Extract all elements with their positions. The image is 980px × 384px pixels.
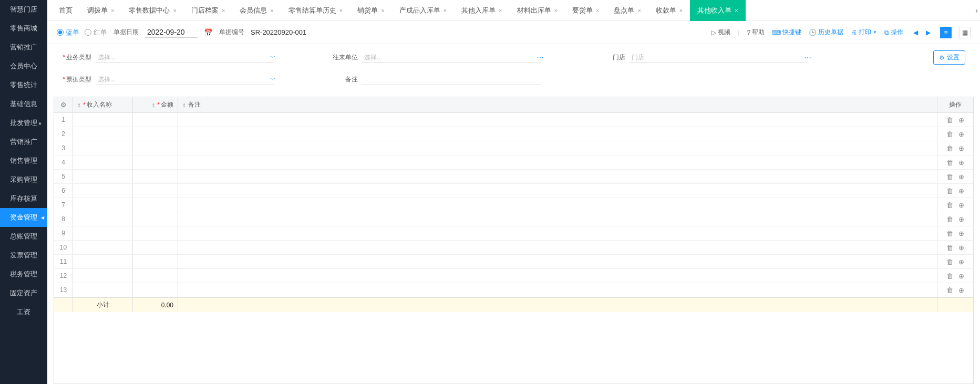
add-row-icon[interactable]: ⊕ xyxy=(958,215,964,223)
tab[interactable]: 盘点单× xyxy=(606,0,648,21)
delete-icon[interactable]: 🗑 xyxy=(946,144,953,152)
table-row[interactable]: 13🗑⊕ xyxy=(54,283,973,297)
sidebar-item[interactable]: 零售商城 xyxy=(0,19,47,38)
tab[interactable]: 收款单× xyxy=(648,0,690,21)
cell-income-name[interactable] xyxy=(73,241,133,254)
invoice-type-select[interactable] xyxy=(96,74,274,85)
cell-remark[interactable] xyxy=(178,170,937,183)
sidebar-item[interactable]: 零售统计 xyxy=(0,76,47,95)
add-row-icon[interactable]: ⊕ xyxy=(958,286,964,294)
table-row[interactable]: 10🗑⊕ xyxy=(54,241,973,255)
add-row-icon[interactable]: ⊕ xyxy=(958,187,964,195)
table-row[interactable]: 3🗑⊕ xyxy=(54,141,973,155)
video-action[interactable]: ▷视频 xyxy=(711,28,730,37)
col-amount[interactable]: ▲▼ *金额 xyxy=(133,97,178,112)
add-row-icon[interactable]: ⊕ xyxy=(958,230,964,237)
sidebar-item[interactable]: 会员中心 xyxy=(0,57,47,76)
add-row-icon[interactable]: ⊕ xyxy=(958,258,964,266)
cell-income-name[interactable] xyxy=(73,170,133,183)
tab[interactable]: 门店档案× xyxy=(184,0,232,21)
tab[interactable]: 材料出库单× xyxy=(510,0,565,21)
table-row[interactable]: 7🗑⊕ xyxy=(54,198,973,212)
cell-amount[interactable] xyxy=(133,184,178,198)
sidebar-item[interactable]: 营销推广 xyxy=(0,38,47,57)
shortcut-action[interactable]: ⌨快捷键 xyxy=(772,28,801,37)
delete-icon[interactable]: 🗑 xyxy=(946,173,953,181)
tabs-scroll-right-icon[interactable]: › xyxy=(975,6,978,15)
cell-income-name[interactable] xyxy=(73,283,133,297)
close-icon[interactable]: × xyxy=(381,7,384,14)
add-row-icon[interactable]: ⊕ xyxy=(958,201,964,209)
table-row[interactable]: 8🗑⊕ xyxy=(54,212,973,226)
add-row-icon[interactable]: ⊕ xyxy=(958,244,964,252)
cell-amount[interactable] xyxy=(133,155,178,169)
delete-icon[interactable]: 🗑 xyxy=(946,159,953,167)
help-action[interactable]: ?帮助 xyxy=(747,28,765,37)
sidebar-item[interactable]: 基础信息 xyxy=(0,95,47,113)
table-row[interactable]: 4🗑⊕ xyxy=(54,155,973,170)
cell-income-name[interactable] xyxy=(73,141,133,155)
close-icon[interactable]: × xyxy=(222,7,225,14)
sidebar-item[interactable]: 资金管理 xyxy=(0,208,47,227)
cell-income-name[interactable] xyxy=(73,127,133,141)
sidebar-item[interactable]: 税务管理 xyxy=(0,265,47,284)
store-input[interactable] xyxy=(630,52,808,63)
add-row-icon[interactable]: ⊕ xyxy=(958,159,964,167)
cell-income-name[interactable] xyxy=(73,255,133,268)
add-row-icon[interactable]: ⊕ xyxy=(958,144,964,152)
close-icon[interactable]: × xyxy=(596,7,599,14)
close-icon[interactable]: × xyxy=(735,7,738,14)
table-row[interactable]: 9🗑⊕ xyxy=(54,226,973,241)
cell-amount[interactable] xyxy=(133,241,178,254)
cell-remark[interactable] xyxy=(178,141,937,155)
cell-amount[interactable] xyxy=(133,141,178,155)
cell-income-name[interactable] xyxy=(73,269,133,283)
tab[interactable]: 销货单× xyxy=(350,0,391,21)
close-icon[interactable]: × xyxy=(499,7,502,14)
delete-icon[interactable]: 🗑 xyxy=(946,201,953,209)
view-list-button[interactable]: ≡ xyxy=(940,27,952,38)
sidebar-item[interactable]: 发票管理 xyxy=(0,246,47,265)
table-row[interactable]: 2🗑⊕ xyxy=(54,127,973,141)
cell-remark[interactable] xyxy=(178,155,937,169)
add-row-icon[interactable]: ⊕ xyxy=(958,116,964,124)
calendar-icon[interactable]: 📅 xyxy=(204,28,213,37)
tab[interactable]: 调拨单× xyxy=(80,0,121,21)
more-icon[interactable]: ⋯ xyxy=(537,54,543,62)
cell-income-name[interactable] xyxy=(73,113,133,127)
close-icon[interactable]: × xyxy=(111,7,114,14)
delete-icon[interactable]: 🗑 xyxy=(946,187,953,195)
add-row-icon[interactable]: ⊕ xyxy=(958,272,964,280)
cell-income-name[interactable] xyxy=(73,212,133,226)
delete-icon[interactable]: 🗑 xyxy=(946,215,953,223)
close-icon[interactable]: × xyxy=(270,7,273,14)
sidebar-item[interactable]: 智慧门店 xyxy=(0,0,47,19)
cell-amount[interactable] xyxy=(133,198,178,212)
cell-remark[interactable] xyxy=(178,283,937,297)
table-row[interactable]: 6🗑⊕ xyxy=(54,184,973,198)
view-grid-button[interactable]: ▦ xyxy=(959,27,971,38)
table-row[interactable]: 12🗑⊕ xyxy=(54,269,973,283)
close-icon[interactable]: × xyxy=(443,7,447,14)
sidebar-item[interactable]: 工资 xyxy=(0,303,47,321)
pager-next-icon[interactable]: ▶ xyxy=(923,28,933,37)
add-row-icon[interactable]: ⊕ xyxy=(958,173,964,181)
sidebar-item[interactable]: 营销推广 xyxy=(0,132,47,151)
cell-amount[interactable] xyxy=(133,113,178,127)
tab[interactable]: 要货单× xyxy=(565,0,606,21)
cell-remark[interactable] xyxy=(178,113,937,127)
sidebar-item[interactable]: 总账管理 xyxy=(0,227,47,246)
cell-amount[interactable] xyxy=(133,269,178,283)
cell-amount[interactable] xyxy=(133,212,178,226)
cell-income-name[interactable] xyxy=(73,155,133,169)
close-icon[interactable]: × xyxy=(679,7,683,14)
cell-remark[interactable] xyxy=(178,269,937,283)
add-row-icon[interactable]: ⊕ xyxy=(958,130,964,138)
col-remark[interactable]: ▲▼ 备注 xyxy=(178,97,937,112)
history-action[interactable]: 🕒历史单据 xyxy=(809,28,843,37)
cell-income-name[interactable] xyxy=(73,184,133,198)
tab[interactable]: 其他入库单× xyxy=(454,0,509,21)
cell-remark[interactable] xyxy=(178,241,937,254)
delete-icon[interactable]: 🗑 xyxy=(946,244,953,252)
sidebar-item[interactable]: 库存核算 xyxy=(0,189,47,208)
